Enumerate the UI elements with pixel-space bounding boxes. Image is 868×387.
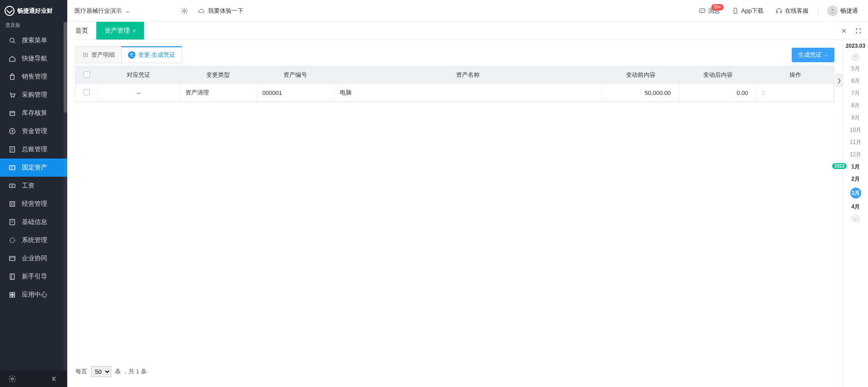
month-option[interactable]: 4月 (843, 201, 868, 213)
svg-rect-14 (10, 293, 12, 295)
sidebar-item-home[interactable]: 快捷导航 (0, 50, 67, 68)
subtabs: 资产明细凭变更·生成凭证 (75, 46, 182, 63)
sidebar-item-cart[interactable]: 采购管理 (0, 86, 67, 104)
month-down-icon[interactable]: ⌄ (851, 214, 860, 223)
sidebar-item-label: 快捷导航 (22, 55, 47, 63)
sidebar-item-label: 应用中心 (22, 291, 47, 299)
subtab-label: 变更·生成凭证 (138, 51, 175, 59)
close-all-tabs-icon[interactable] (840, 27, 848, 35)
month-option[interactable]: 1月2023 (843, 161, 868, 173)
org-settings-icon[interactable] (181, 7, 188, 15)
col-asset-name[interactable]: 资产名称 (334, 66, 602, 84)
sidebar-item-apps[interactable]: 应用中心 (0, 286, 67, 304)
sidebar-item-search[interactable]: 搜索菜单 (0, 31, 67, 50)
col-after[interactable]: 变动后内容 (680, 66, 757, 84)
sidebar-item-label: 总账管理 (22, 145, 47, 154)
page-tab[interactable]: 首页 (67, 22, 96, 40)
svg-rect-6 (10, 166, 15, 170)
year-badge: 2023 (832, 163, 847, 169)
col-change-type[interactable]: 变更类型 (179, 66, 257, 84)
month-option-current[interactable]: 3月 (843, 185, 868, 201)
settings-icon[interactable] (8, 375, 16, 383)
svg-point-26 (832, 9, 834, 11)
sidebar-item-info[interactable]: 基础信息 (0, 213, 67, 231)
content: 资产明细凭变更·生成凭证 生成凭证 ⌄ (67, 40, 843, 387)
app-download-button[interactable]: App下载 (729, 7, 766, 15)
month-option[interactable]: 5月 (850, 63, 861, 75)
month-option[interactable]: 10月 (850, 124, 861, 136)
sidebar-item-label: 销售管理 (22, 73, 47, 81)
svg-rect-17 (13, 295, 15, 298)
messages-button[interactable]: 消息 99+ (696, 7, 723, 15)
subtab[interactable]: 凭变更·生成凭证 (121, 46, 182, 63)
close-tab-icon[interactable]: × (133, 28, 136, 34)
svg-rect-27 (83, 53, 87, 56)
user-menu[interactable]: 畅捷通 (824, 5, 861, 16)
month-option[interactable]: 9月 (850, 112, 861, 124)
collapse-sidebar-icon[interactable] (51, 375, 59, 383)
topbar: 医疗器械行业演示 ⌄ 我要体验一下 消息 99+ App下载 (67, 0, 868, 22)
sidebar-item-ledger[interactable]: 总账管理 (0, 140, 67, 159)
sidebar-item-asset[interactable]: 固定资产 (0, 159, 67, 177)
col-asset-no[interactable]: 资产编号 (257, 66, 334, 84)
brand-name: 畅捷通好业财 (17, 7, 53, 15)
info-icon (8, 218, 16, 226)
month-option[interactable]: 12月 (850, 149, 861, 161)
fullscreen-icon[interactable] (854, 27, 863, 35)
sidebar-item-biz[interactable]: 经营管理 (0, 195, 67, 213)
sidebar-item-label: 新手引导 (22, 273, 47, 281)
trial-link[interactable]: 我要体验一下 (198, 7, 243, 15)
cloud-icon (198, 7, 205, 15)
svg-point-23 (703, 10, 704, 10)
support-label: 在线客服 (785, 7, 808, 15)
col-action[interactable]: 操作 (757, 66, 834, 84)
sidebar-scrollbar[interactable] (64, 22, 67, 371)
biz-icon (8, 200, 16, 208)
month-option[interactable]: 7月 (850, 87, 861, 99)
sidebar-item-box[interactable]: 库存核算 (0, 104, 67, 122)
search-icon (8, 36, 16, 45)
sidebar-item-sys[interactable]: 系统管理 (0, 231, 67, 249)
row-select[interactable] (76, 84, 98, 102)
sidebar-item-pay[interactable]: 工资 (0, 177, 67, 195)
generate-voucher-button[interactable]: 生成凭证 ⌄ (792, 48, 834, 62)
subtab[interactable]: 资产明细 (75, 46, 122, 63)
sys-icon (8, 236, 16, 244)
sidebar-item-label: 基础信息 (22, 218, 47, 226)
month-option[interactable]: 2月 (843, 173, 868, 185)
svg-point-11 (10, 238, 15, 243)
select-all-header[interactable] (76, 66, 98, 84)
sidebar-item-collab[interactable]: 企业协同 (0, 249, 67, 268)
table-row[interactable]: --资产清理000001电脑50,000.000.00 (76, 84, 834, 102)
month-up-icon[interactable]: ⌃ (851, 53, 860, 62)
org-name: 医疗器械行业演示 (74, 7, 122, 15)
svg-rect-7 (10, 184, 15, 188)
svg-point-1 (11, 97, 12, 98)
svg-point-2 (14, 97, 15, 98)
sidebar-item-guide[interactable]: 新手引导 (0, 268, 67, 286)
per-page-select[interactable]: 50 (91, 366, 111, 377)
cell-after: 0.00 (680, 84, 757, 102)
checkbox-icon[interactable] (84, 89, 90, 95)
col-before[interactable]: 变动前内容 (602, 66, 680, 84)
expand-columns-icon[interactable]: ❯ (835, 74, 843, 87)
support-button[interactable]: 在线客服 (773, 7, 811, 15)
sidebar-item-label: 采购管理 (22, 91, 47, 99)
svg-point-25 (735, 12, 735, 13)
sidebar-item-bag[interactable]: 销售管理 (0, 68, 67, 86)
org-selector[interactable]: 医疗器械行业演示 ⌄ (74, 7, 174, 15)
table-header-row: 对应凭证 变更类型 资产编号 资产名称 变动前内容 变动后内容 操作 (76, 66, 834, 84)
sidebar: 畅捷通好业财 普及版 搜索菜单快捷导航销售管理采购管理库存核算资金管理总账管理固… (0, 0, 67, 387)
month-option[interactable]: 11月 (850, 136, 861, 149)
col-voucher[interactable]: 对应凭证 (98, 66, 179, 84)
headset-icon (775, 7, 783, 15)
page-tab[interactable]: 资产管理× (96, 22, 144, 40)
apps-icon (8, 291, 16, 299)
checkbox-icon[interactable] (84, 71, 90, 78)
month-option[interactable]: 8月 (850, 99, 861, 112)
month-option[interactable]: 6月 (850, 75, 861, 87)
current-period-label: 2023.03 (846, 43, 865, 49)
asset-table: 对应凭证 变更类型 资产编号 资产名称 变动前内容 变动后内容 操作 --资产清… (75, 66, 834, 102)
delete-icon[interactable] (760, 89, 830, 96)
sidebar-item-coin[interactable]: 资金管理 (0, 122, 67, 140)
